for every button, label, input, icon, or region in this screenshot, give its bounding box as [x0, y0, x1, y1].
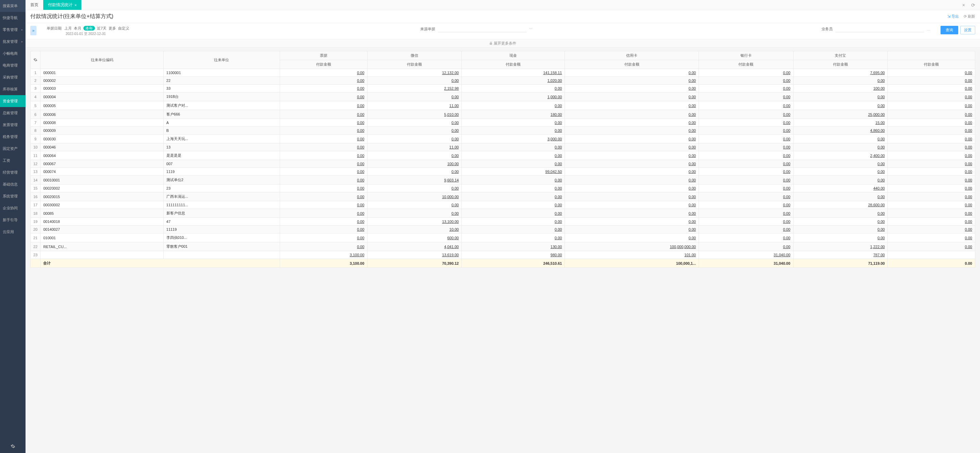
amount-link[interactable]: 0.00: [783, 128, 790, 133]
amount-link[interactable]: 0.00: [878, 162, 885, 166]
amount-link[interactable]: 0.00: [783, 178, 790, 182]
amount-link[interactable]: 0.00: [452, 95, 459, 99]
amount-link[interactable]: 0.00: [783, 112, 790, 117]
table-row[interactable]: 120000670070.00100.000.000.000.000.000.0…: [30, 160, 975, 168]
amount-link[interactable]: 0.00: [452, 120, 459, 125]
table-row[interactable]: 1300007411190.000.0099,042.500.000.000.0…: [30, 168, 975, 176]
col-sub-header[interactable]: 付款金额: [280, 60, 367, 69]
amount-link[interactable]: 0.00: [783, 71, 790, 75]
amount-link[interactable]: 0.00: [783, 95, 790, 99]
sidebar-item-0[interactable]: 搜索菜单: [0, 0, 25, 12]
amount-link[interactable]: 0.00: [783, 169, 790, 174]
amount-link[interactable]: 13,100.00: [442, 220, 459, 223]
amount-link[interactable]: 10,000.00: [442, 195, 459, 199]
sidebar-item-12[interactable]: 固定资产: [0, 143, 25, 155]
table-row[interactable]: 21010001李四供010...0.00600.000.000.000.000…: [30, 233, 975, 242]
amount-link[interactable]: 0.00: [783, 195, 790, 199]
amount-link[interactable]: 28,600.00: [868, 203, 885, 207]
amount-link[interactable]: 0.00: [357, 120, 364, 125]
amount-link[interactable]: 0.00: [555, 178, 562, 182]
amount-link[interactable]: 99,042.50: [546, 169, 562, 174]
amount-link[interactable]: 0.00: [689, 86, 696, 90]
amount-link[interactable]: 0.00: [689, 95, 696, 99]
amount-link[interactable]: 0.00: [878, 178, 885, 182]
table-row[interactable]: 5000005测试客户对...0.0011.000.000.000.000.00…: [30, 101, 975, 110]
amount-link[interactable]: 5,010.00: [444, 112, 459, 117]
col-header[interactable]: 往来单位编码: [40, 51, 164, 69]
amount-link[interactable]: 0.00: [783, 203, 790, 207]
amount-link[interactable]: 0.00: [965, 104, 972, 108]
table-wrap[interactable]: 往来单位编码往来单位票据微信现金信用卡银行卡支付宝 付款金额付款金额付款金额付款…: [25, 48, 980, 453]
amount-link[interactable]: 0.00: [689, 112, 696, 117]
amount-link[interactable]: 0.00: [965, 178, 972, 182]
amount-link[interactable]: 0.00: [878, 169, 885, 174]
amount-link[interactable]: 100.00: [873, 86, 885, 90]
sidebar-item-9[interactable]: 总账管理: [0, 107, 25, 119]
amount-link[interactable]: 0.00: [965, 186, 972, 190]
amount-link[interactable]: 0.00: [555, 120, 562, 125]
table-row[interactable]: 100000111000010.0012,132.00141,158.110.0…: [30, 69, 975, 77]
amount-link[interactable]: 31,040.00: [774, 253, 791, 257]
amount-link[interactable]: 0.00: [357, 245, 364, 249]
amount-link[interactable]: 0.00: [689, 195, 696, 199]
amount-link[interactable]: 0.00: [689, 162, 696, 166]
sidebar-item-11[interactable]: 税务管理: [0, 131, 25, 143]
sidebar-item-10[interactable]: 发票管理: [0, 119, 25, 131]
amount-link[interactable]: 1,020.00: [547, 79, 562, 82]
date-quick-5[interactable]: 自定义: [118, 26, 129, 30]
amount-link[interactable]: 0.00: [452, 203, 459, 207]
amount-link[interactable]: 180.00: [550, 112, 562, 117]
table-row[interactable]: 8000009B0.000.000.000.000.004,860.000.00: [30, 127, 975, 135]
amount-link[interactable]: 0.00: [357, 211, 364, 215]
amount-link[interactable]: 0.00: [357, 71, 364, 75]
sidebar-item-8[interactable]: 资金管理: [0, 95, 25, 107]
amount-link[interactable]: 0.00: [357, 169, 364, 174]
amount-link[interactable]: 440.00: [873, 186, 885, 190]
amount-link[interactable]: 0.00: [965, 128, 972, 133]
amount-link[interactable]: 0.00: [965, 145, 972, 149]
tab-0[interactable]: 首页: [25, 0, 43, 10]
sidebar-item-15[interactable]: 基础信息: [0, 178, 25, 190]
date-quick-2[interactable]: 本年: [83, 26, 95, 30]
sidebar-item-16[interactable]: 系统管理: [0, 190, 25, 202]
amount-link[interactable]: 0.00: [689, 120, 696, 125]
amount-link[interactable]: 0.00: [357, 186, 364, 190]
table-config-header[interactable]: [30, 51, 40, 69]
sidebar-item-3[interactable]: 批发管理▸: [0, 36, 25, 48]
amount-link[interactable]: 0.00: [878, 145, 885, 149]
amount-link[interactable]: 0.00: [783, 137, 790, 141]
table-row[interactable]: 7000008A0.000.000.000.000.0015.000.00: [30, 119, 975, 127]
amount-link[interactable]: 3,100.00: [350, 253, 364, 257]
amount-link[interactable]: 0.00: [689, 145, 696, 149]
amount-link[interactable]: 0.00: [965, 112, 972, 117]
amount-link[interactable]: 0.00: [783, 120, 790, 125]
ellipsis-icon[interactable]: …: [927, 27, 930, 31]
amount-link[interactable]: 0.00: [965, 120, 972, 125]
col-sub-header[interactable]: 付款金额: [565, 60, 698, 69]
amount-link[interactable]: 0.00: [555, 236, 562, 240]
sidebar-item-4[interactable]: 小畅电商: [0, 48, 25, 59]
query-button[interactable]: 查询: [940, 26, 958, 34]
amount-link[interactable]: 0.00: [555, 227, 562, 231]
amount-link[interactable]: 4,041.00: [444, 245, 459, 249]
amount-link[interactable]: 0.00: [783, 79, 790, 82]
table-row[interactable]: 233,100.0013,619.00980.00101.0031,040.00…: [30, 251, 975, 259]
amount-link[interactable]: 0.00: [555, 220, 562, 223]
amount-link[interactable]: 0.00: [689, 211, 696, 215]
amount-link[interactable]: 141,158.11: [543, 71, 562, 75]
amount-link[interactable]: 0.00: [452, 211, 459, 215]
table-row[interactable]: 2000002220.000.001,020.000.000.000.000.0…: [30, 77, 975, 85]
export-button[interactable]: ⇲ 导出: [947, 14, 959, 19]
amount-link[interactable]: 0.00: [357, 86, 364, 90]
table-row[interactable]: 1900140018470.0013,100.000.000.000.000.0…: [30, 218, 975, 226]
amount-link[interactable]: 0.00: [555, 162, 562, 166]
amount-link[interactable]: 0.00: [689, 227, 696, 231]
amount-link[interactable]: 4,860.00: [870, 128, 885, 133]
amount-link[interactable]: 0.00: [965, 137, 972, 141]
amount-link[interactable]: 12,132.00: [442, 71, 459, 75]
amount-link[interactable]: 0.00: [965, 86, 972, 90]
amount-link[interactable]: 0.00: [357, 178, 364, 182]
amount-link[interactable]: 0.00: [783, 211, 790, 215]
amount-link[interactable]: 0.00: [965, 169, 972, 174]
amount-link[interactable]: 0.00: [555, 104, 562, 108]
